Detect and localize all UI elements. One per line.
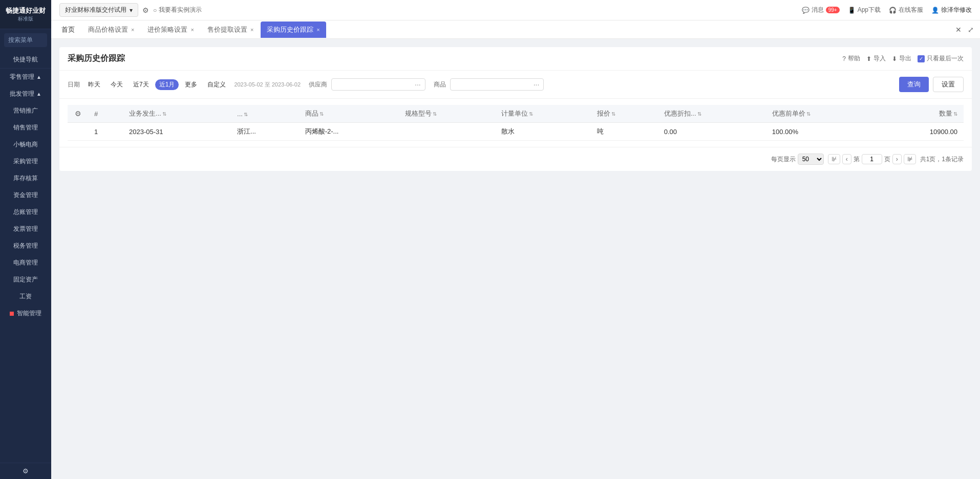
tab-close-icon[interactable]: ×	[190, 27, 194, 33]
tab-label: 商品价格设置	[88, 25, 128, 34]
col-quantity: 数量⇅	[876, 105, 964, 123]
tab-purchase-strategy[interactable]: 进价策略设置 ×	[141, 21, 200, 38]
message-badge: 99+	[826, 7, 840, 13]
cell-discount-pct: 0.00	[658, 123, 766, 141]
help-button[interactable]: ? 帮助	[842, 54, 860, 63]
supplier-input[interactable]	[336, 81, 413, 88]
import-icon: ⬆	[866, 55, 871, 62]
sidebar-item-invoice[interactable]: 发票管理	[0, 221, 51, 237]
chevron-up-icon: ▲	[36, 74, 41, 80]
import-button[interactable]: ⬆ 导入	[866, 54, 886, 63]
app-download-button[interactable]: 📱 App下载	[848, 6, 881, 14]
last-only-checkbox-label[interactable]: ✓ 只看最后一次	[918, 54, 964, 63]
top-header-right: 💬 消息 99+ 📱 App下载 🎧 在线客服 👤 徐泽华修改	[802, 6, 972, 14]
tab-close-all-button[interactable]: ✕	[953, 24, 964, 36]
sidebar-item-general-ledger[interactable]: 总账管理	[0, 204, 51, 221]
import-label: 导入	[874, 54, 886, 63]
user-icon: 👤	[931, 7, 939, 14]
prev-page-button[interactable]: ‹	[842, 154, 851, 164]
settings-icon[interactable]: ⚙	[142, 6, 149, 14]
gear-icon[interactable]: ⚙	[75, 110, 81, 118]
date-btn-custom[interactable]: 自定义	[203, 79, 230, 90]
sidebar-item-label: 智能管理	[17, 309, 41, 318]
sidebar-item-label: 工资	[19, 292, 32, 301]
sidebar-item-smart[interactable]: 智能管理	[0, 305, 51, 322]
date-btn-yesterday[interactable]: 昨天	[84, 79, 104, 90]
date-range-text: 2023-05-02 至 2023-06-02	[234, 81, 301, 89]
filter-bar: 日期 昨天 今天 近7天 近1月 更多 自定义 2023-05-02 至 202…	[59, 71, 972, 99]
cell-unit: 散水	[495, 123, 591, 141]
last-only-label: 只看最后一次	[927, 54, 964, 63]
cell-goods: 丙烯酸-2-...	[299, 123, 399, 141]
headset-icon: 🎧	[889, 7, 897, 14]
sidebar-item-quick-nav[interactable]: 快捷导航	[0, 51, 51, 68]
goods-filter: 商品 ···	[434, 78, 544, 91]
sidebar-item-purchase[interactable]: 采购管理	[0, 153, 51, 170]
tab-sale-price[interactable]: 售价提取设置 ×	[201, 21, 260, 38]
export-button[interactable]: ⬇ 导出	[892, 54, 911, 63]
table-container: ⚙ # 业务发生...⇅ ...⇅ 商品⇅ 规格型号⇅ 计量单位⇅ 报价⇅ 优惠…	[59, 99, 972, 147]
tab-close-icon[interactable]: ×	[131, 27, 134, 33]
sidebar-item-payroll[interactable]: 工资	[0, 288, 51, 305]
first-page-button[interactable]: ⊮	[828, 154, 840, 164]
date-btn-1month[interactable]: 近1月	[155, 79, 179, 90]
col-discount-pct: 优惠折扣...⇅	[658, 105, 766, 123]
checkbox-icon: ✓	[918, 55, 925, 62]
pagination: 每页显示 10 20 50 100 ⊮ ‹ 第 页 › ⊯	[59, 147, 972, 171]
sidebar-item-fixed-assets[interactable]: 固定资产	[0, 271, 51, 288]
message-button[interactable]: 💬 消息 99+	[802, 6, 840, 14]
goods-dots[interactable]: ···	[534, 80, 540, 89]
online-service-button[interactable]: 🎧 在线客服	[889, 6, 923, 14]
page-suffix: 页	[884, 155, 890, 164]
date-btn-more[interactable]: 更多	[181, 79, 201, 90]
settings-button[interactable]: 设置	[933, 77, 964, 92]
sidebar-item-retail[interactable]: 零售管理 ▲	[0, 69, 51, 85]
query-button[interactable]: 查询	[899, 77, 929, 92]
goods-input[interactable]	[455, 81, 531, 88]
page-label: 第	[854, 155, 860, 164]
tab-close-icon[interactable]: ×	[250, 27, 253, 33]
supplier-dots[interactable]: ···	[415, 80, 421, 89]
user-menu-button[interactable]: 👤 徐泽华修改	[931, 6, 972, 14]
page-number-input[interactable]	[862, 154, 882, 164]
sidebar-item-inventory[interactable]: 库存核算	[0, 170, 51, 187]
tab-price-settings[interactable]: 商品价格设置 ×	[82, 21, 140, 38]
sidebar-item-ecommerce[interactable]: 电商管理	[0, 254, 51, 271]
dot-icon	[10, 312, 14, 316]
version-label: 好业财标准版交付试用	[65, 6, 126, 14]
sidebar-item-finance[interactable]: 资金管理	[0, 187, 51, 204]
date-btn-today[interactable]: 今天	[106, 79, 127, 90]
tab-home[interactable]: 首页	[55, 21, 81, 38]
tab-close-icon[interactable]: ×	[316, 27, 319, 33]
last-page-button[interactable]: ⊯	[904, 154, 916, 164]
top-header: 好业财标准版交付试用 ▾ ⚙ ○ 我要看实例演示 💬 消息 99+ 📱 App下…	[51, 0, 980, 20]
tab-expand-button[interactable]: ⤢	[966, 24, 976, 36]
search-menu-button[interactable]: 搜索菜单	[4, 33, 47, 47]
table-header-row: ⚙ # 业务发生...⇅ ...⇅ 商品⇅ 规格型号⇅ 计量单位⇅ 报价⇅ 优惠…	[68, 105, 964, 123]
tab-purchase-history[interactable]: 采购历史价跟踪 ×	[261, 21, 326, 38]
sidebar-item-sales[interactable]: 销售管理	[0, 119, 51, 136]
next-page-button[interactable]: ›	[892, 154, 902, 164]
supplier-filter-label: 供应商	[309, 80, 327, 89]
table-row: 1 2023-05-31 浙江... 丙烯酸-2-... 散水 吨 0.00 1…	[68, 123, 964, 141]
cell-quoted-price: 吨	[591, 123, 658, 141]
message-icon: 💬	[802, 7, 809, 14]
col-quoted-price: 报价⇅	[591, 105, 658, 123]
sidebar-item-ecommerce-light[interactable]: 小畅电商	[0, 136, 51, 153]
sidebar-item-label: 零售管理	[10, 73, 34, 81]
sidebar-item-marketing[interactable]: 营销推广	[0, 102, 51, 119]
tab-label: 售价提取设置	[207, 25, 247, 34]
version-selector[interactable]: 好业财标准版交付试用 ▾	[59, 3, 138, 17]
sidebar-settings-button[interactable]: ⚙	[0, 463, 51, 479]
message-label: 消息	[812, 6, 824, 14]
per-page-select[interactable]: 10 20 50 100	[798, 154, 824, 165]
export-label: 导出	[899, 54, 911, 63]
date-btn-7days[interactable]: 近7天	[129, 79, 153, 90]
demo-link[interactable]: ○ 我要看实例演示	[153, 6, 202, 14]
sidebar-item-wholesale[interactable]: 批发管理 ▲	[0, 85, 51, 102]
sidebar-item-tax[interactable]: 税务管理	[0, 237, 51, 254]
supplier-filter: 供应商 ···	[309, 78, 425, 91]
cell-quantity: 10900.00	[876, 123, 964, 141]
app-download-label: App下载	[858, 6, 881, 14]
sidebar-item-label: 发票管理	[13, 225, 38, 233]
